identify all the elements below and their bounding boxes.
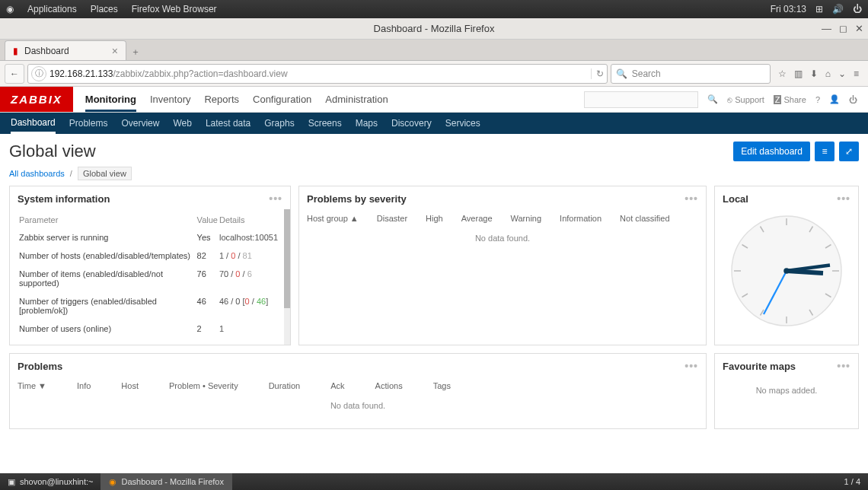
analog-clock bbox=[729, 214, 844, 328]
breadcrumb-current: Global view bbox=[78, 167, 132, 180]
table-row: Number of hosts (enabled/disabled/templa… bbox=[19, 247, 281, 264]
page-title: Global view bbox=[9, 142, 96, 161]
table-row: Number of users (online)21 bbox=[19, 320, 281, 337]
subnav-overview[interactable]: Overview bbox=[121, 118, 159, 129]
menu-icon[interactable]: ≡ bbox=[854, 68, 859, 79]
network-icon[interactable]: ⊞ bbox=[815, 4, 823, 14]
new-tab-button[interactable]: ＋ bbox=[126, 43, 145, 60]
scrollbar-thumb[interactable] bbox=[284, 209, 290, 308]
column-header[interactable]: Duration bbox=[269, 381, 301, 390]
subnav-problems[interactable]: Problems bbox=[69, 118, 108, 129]
help-icon[interactable]: ? bbox=[815, 95, 820, 104]
volume-icon[interactable]: 🔊 bbox=[832, 4, 844, 14]
widget-menu-icon[interactable]: ••• bbox=[685, 192, 698, 205]
user-icon[interactable]: 👤 bbox=[829, 94, 840, 104]
library-icon[interactable]: ▥ bbox=[794, 68, 803, 79]
column-header[interactable]: Time ▼ bbox=[18, 381, 46, 390]
power-icon[interactable]: ⏻ bbox=[853, 4, 862, 14]
widget-title: System information bbox=[18, 193, 110, 205]
svg-point-13 bbox=[783, 268, 790, 274]
url-path: /zabbix/zabbix.php?action=dashboard.view bbox=[113, 68, 287, 79]
subnav-screens[interactable]: Screens bbox=[308, 118, 342, 129]
widget-menu-icon[interactable]: ••• bbox=[837, 360, 850, 372]
column-header[interactable]: Ack bbox=[330, 381, 344, 390]
share-link[interactable]: Z Share bbox=[774, 95, 806, 104]
navigation-toolbar: ← ⓘ 192.168.21.133 /zabbix/zabbix.php?ac… bbox=[0, 61, 868, 87]
clock-label[interactable]: Fri 03:13 bbox=[771, 4, 806, 14]
pocket-icon[interactable]: ⌄ bbox=[838, 68, 846, 79]
minimize-button[interactable]: — bbox=[822, 23, 831, 34]
column-header[interactable]: Warning bbox=[511, 214, 542, 223]
subnav-latest-data[interactable]: Latest data bbox=[206, 118, 251, 129]
places-menu[interactable]: Places bbox=[91, 4, 118, 14]
subnav-discovery[interactable]: Discovery bbox=[391, 118, 432, 129]
back-button[interactable]: ← bbox=[5, 64, 24, 84]
column-header[interactable]: Actions bbox=[375, 381, 403, 390]
no-data-label: No data found. bbox=[299, 226, 706, 250]
column-header[interactable]: Host group ▲ bbox=[307, 214, 359, 223]
support-link[interactable]: ⎋ Support bbox=[727, 95, 764, 104]
downloads-icon[interactable]: ⬇ bbox=[810, 68, 818, 79]
url-host: 192.168.21.133 bbox=[49, 68, 113, 79]
scrollbar[interactable] bbox=[284, 209, 290, 345]
global-search-input[interactable] bbox=[584, 91, 698, 108]
page-content: Global view Edit dashboard ≡ ⤢ All dashb… bbox=[0, 134, 868, 437]
gnome-taskbar: ▣ shovon@linuxhint:~ ◉ Dashboard - Mozil… bbox=[0, 473, 868, 490]
table-row: Zabbix server is runningYeslocalhost:100… bbox=[19, 229, 281, 246]
column-header[interactable]: Average bbox=[461, 214, 493, 223]
pbs-columns: Host group ▲DisasterHighAverageWarningIn… bbox=[299, 211, 706, 226]
close-button[interactable]: ✕ bbox=[855, 23, 863, 34]
site-info-icon[interactable]: ⓘ bbox=[31, 66, 46, 81]
url-bar[interactable]: ⓘ 192.168.21.133 /zabbix/zabbix.php?acti… bbox=[27, 64, 608, 84]
edit-dashboard-button[interactable]: Edit dashboard bbox=[733, 142, 810, 161]
home-icon[interactable]: ⌂ bbox=[825, 68, 831, 79]
column-header[interactable]: Info bbox=[77, 381, 91, 390]
fullscreen-icon[interactable]: ⤢ bbox=[839, 142, 859, 161]
tab-close-icon[interactable]: × bbox=[112, 45, 118, 57]
empty-label: No maps added. bbox=[715, 378, 858, 402]
maximize-button[interactable]: ◻ bbox=[839, 23, 847, 34]
widget-menu-icon[interactable]: ••• bbox=[269, 192, 282, 205]
subnav-services[interactable]: Services bbox=[445, 118, 480, 129]
breadcrumb: All dashboards / Global view bbox=[9, 169, 859, 178]
taskbar-firefox[interactable]: ◉ Dashboard - Mozilla Firefox bbox=[101, 473, 232, 490]
widget-favourite-maps: Favourite maps ••• No maps added. bbox=[714, 353, 859, 429]
nav-configuration[interactable]: Configuration bbox=[253, 94, 311, 106]
bookmark-star-icon[interactable]: ☆ bbox=[778, 68, 787, 79]
nav-administration[interactable]: Administration bbox=[325, 94, 388, 106]
nav-inventory[interactable]: Inventory bbox=[150, 94, 190, 106]
column-header[interactable]: Host bbox=[121, 381, 139, 390]
column-header[interactable]: Problem • Severity bbox=[169, 381, 238, 390]
widget-local-clock: Local ••• bbox=[714, 186, 859, 345]
gnome-logo-icon: ◉ bbox=[6, 4, 14, 14]
widget-system-information: System information ••• Parameter Value D… bbox=[9, 186, 291, 345]
subnav-maps[interactable]: Maps bbox=[356, 118, 378, 129]
widget-menu-icon[interactable]: ••• bbox=[837, 192, 850, 205]
list-view-icon[interactable]: ≡ bbox=[815, 142, 834, 161]
breadcrumb-all-dashboards[interactable]: All dashboards bbox=[9, 169, 65, 178]
column-header[interactable]: Information bbox=[560, 214, 602, 223]
column-header[interactable]: Not classified bbox=[620, 214, 669, 223]
taskbar-terminal[interactable]: ▣ shovon@linuxhint:~ bbox=[0, 473, 101, 490]
sysinfo-table: Parameter Value Details Zabbix server is… bbox=[18, 211, 282, 339]
column-header[interactable]: Tags bbox=[433, 381, 451, 390]
column-header[interactable]: Disaster bbox=[377, 214, 407, 223]
nav-monitoring[interactable]: Monitoring bbox=[85, 94, 136, 112]
applications-menu[interactable]: Applications bbox=[27, 4, 77, 14]
logout-icon[interactable]: ⏻ bbox=[849, 95, 857, 104]
column-header[interactable]: High bbox=[426, 214, 443, 223]
app-indicator[interactable]: Firefox Web Browser bbox=[132, 4, 217, 14]
widget-title: Local bbox=[723, 193, 748, 205]
reload-icon[interactable]: ↻ bbox=[591, 68, 604, 79]
subnav-web[interactable]: Web bbox=[173, 118, 191, 129]
widget-menu-icon[interactable]: ••• bbox=[685, 360, 698, 372]
browser-tab[interactable]: ▮ Dashboard × bbox=[5, 40, 126, 60]
zabbix-logo[interactable]: ZABBIX bbox=[0, 87, 73, 112]
subnav-dashboard[interactable]: Dashboard bbox=[11, 117, 56, 134]
subnav-graphs[interactable]: Graphs bbox=[264, 118, 294, 129]
search-icon[interactable]: 🔍 bbox=[707, 94, 718, 104]
widget-title: Problems bbox=[18, 361, 62, 372]
search-bar[interactable]: 🔍 Search bbox=[611, 64, 771, 84]
nav-reports[interactable]: Reports bbox=[204, 94, 239, 106]
workspace-indicator[interactable]: 1 / 4 bbox=[837, 477, 868, 486]
